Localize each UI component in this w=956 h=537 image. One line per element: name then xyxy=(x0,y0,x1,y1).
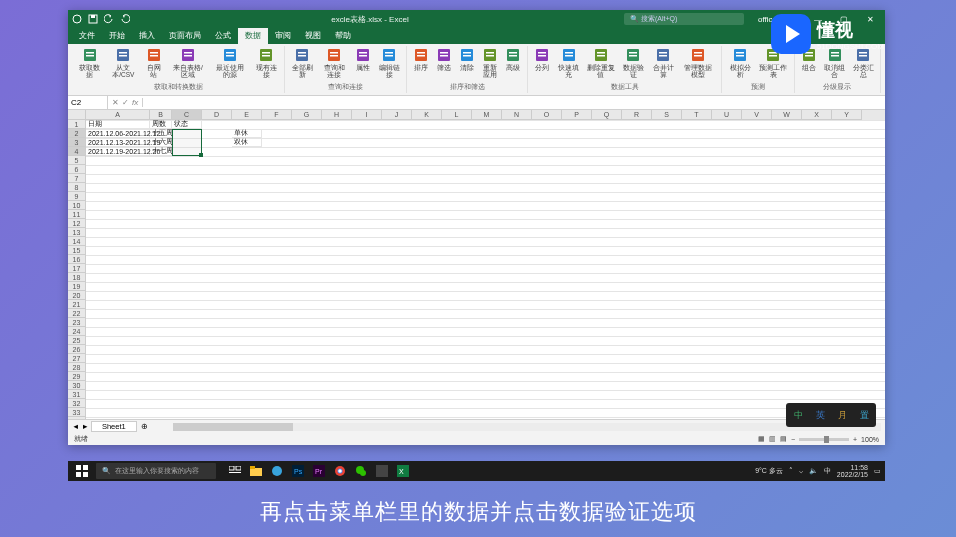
row-header[interactable]: 29 xyxy=(68,372,86,381)
ribbon-tab-插入[interactable]: 插入 xyxy=(132,28,162,44)
column-header[interactable]: M xyxy=(472,110,502,120)
column-header[interactable]: N xyxy=(502,110,532,120)
row-header[interactable]: 3 xyxy=(68,138,86,147)
column-header[interactable]: D xyxy=(202,110,232,120)
column-header[interactable]: B xyxy=(150,110,172,120)
wechat-icon[interactable] xyxy=(352,463,370,479)
row-header[interactable]: 18 xyxy=(68,273,86,282)
row-header[interactable]: 7 xyxy=(68,174,86,183)
cell[interactable]: 十七周 xyxy=(150,147,172,156)
cell[interactable]: 双休 xyxy=(232,138,262,147)
cell[interactable]: 状态 xyxy=(172,120,202,129)
row-header[interactable]: 5 xyxy=(68,156,86,165)
notifications-icon[interactable]: ▭ xyxy=(874,467,881,475)
excel-icon[interactable]: X xyxy=(394,463,412,479)
column-header[interactable]: E xyxy=(232,110,262,120)
ribbon-button[interactable]: 合并计算 xyxy=(650,46,677,79)
sheet-nav-next-icon[interactable]: ► xyxy=(81,422,88,431)
chrome-icon[interactable] xyxy=(331,463,349,479)
row-header[interactable]: 8 xyxy=(68,183,86,192)
ime-mode-cn[interactable]: 中 xyxy=(788,405,808,425)
ribbon-button[interactable]: 清除 xyxy=(457,46,477,72)
column-header[interactable]: C xyxy=(172,110,202,120)
column-header[interactable]: O xyxy=(532,110,562,120)
ribbon-button[interactable]: 筛选 xyxy=(434,46,454,72)
redo-icon[interactable] xyxy=(120,14,130,24)
horizontal-scrollbar[interactable] xyxy=(173,423,881,431)
row-header[interactable]: 33 xyxy=(68,408,86,417)
ribbon-button[interactable]: 模拟分析 xyxy=(726,46,753,79)
ribbon-tab-视图[interactable]: 视图 xyxy=(298,28,328,44)
ribbon-button[interactable]: 属性 xyxy=(353,46,373,72)
ribbon-tab-页面布局[interactable]: 页面布局 xyxy=(162,28,208,44)
ribbon-button[interactable]: 从文本/CSV xyxy=(106,46,140,79)
weather-widget[interactable]: 9°C 多云 xyxy=(755,466,783,476)
row-header[interactable]: 13 xyxy=(68,228,86,237)
row-header[interactable]: 10 xyxy=(68,201,86,210)
column-header[interactable]: P xyxy=(562,110,592,120)
row-header[interactable]: 16 xyxy=(68,255,86,264)
column-header[interactable]: L xyxy=(442,110,472,120)
column-header[interactable]: F xyxy=(262,110,292,120)
ribbon-button[interactable]: 查询和连接 xyxy=(318,46,350,79)
ribbon-button[interactable]: 编辑链接 xyxy=(376,46,402,79)
zoom-out-button[interactable]: − xyxy=(791,436,795,443)
ribbon-tab-审阅[interactable]: 审阅 xyxy=(268,28,298,44)
column-header[interactable]: J xyxy=(382,110,412,120)
row-header[interactable]: 21 xyxy=(68,300,86,309)
column-header[interactable]: X xyxy=(802,110,832,120)
column-header[interactable]: R xyxy=(622,110,652,120)
view-pagebreak-icon[interactable]: ▤ xyxy=(780,435,787,443)
row-header[interactable]: 6 xyxy=(68,165,86,174)
start-button[interactable] xyxy=(72,461,92,481)
select-all-corner[interactable] xyxy=(68,110,86,120)
ribbon-button[interactable]: 数据验证 xyxy=(620,46,647,79)
row-header[interactable]: 31 xyxy=(68,390,86,399)
column-header[interactable]: T xyxy=(682,110,712,120)
view-pagelayout-icon[interactable]: ▥ xyxy=(769,435,776,443)
photoshop-icon[interactable]: Ps xyxy=(289,463,307,479)
ribbon-tab-公式[interactable]: 公式 xyxy=(208,28,238,44)
fx-icon[interactable]: fx xyxy=(132,98,138,107)
row-header[interactable]: 17 xyxy=(68,264,86,273)
save-icon[interactable] xyxy=(88,14,98,24)
clock[interactable]: 11:58 2022/2/15 xyxy=(837,464,868,478)
row-header[interactable]: 12 xyxy=(68,219,86,228)
scrollbar-thumb[interactable] xyxy=(173,423,293,431)
column-header[interactable]: W xyxy=(772,110,802,120)
ribbon-button[interactable]: 全部刷新 xyxy=(289,46,315,79)
row-header[interactable]: 32 xyxy=(68,399,86,408)
zoom-in-button[interactable]: + xyxy=(853,436,857,443)
ribbon-button[interactable]: 管理数据模型 xyxy=(679,46,717,79)
column-header[interactable]: G xyxy=(292,110,322,120)
row-header[interactable]: 27 xyxy=(68,354,86,363)
ribbon-tab-文件[interactable]: 文件 xyxy=(72,28,102,44)
ime-settings-icon[interactable]: 置 xyxy=(854,405,874,425)
cells[interactable]: 日期周数状态2021.12.06-2021.12.12十五周单休2021.12.… xyxy=(86,120,885,419)
row-header[interactable]: 1 xyxy=(68,120,86,129)
cancel-icon[interactable]: ✕ xyxy=(112,98,119,107)
zoom-slider[interactable] xyxy=(799,438,849,441)
row-header[interactable]: 9 xyxy=(68,192,86,201)
column-header[interactable]: H xyxy=(322,110,352,120)
row-header[interactable]: 20 xyxy=(68,291,86,300)
row-header[interactable]: 19 xyxy=(68,282,86,291)
tell-me-search[interactable]: 🔍 搜索(Alt+Q) xyxy=(624,13,744,25)
column-header[interactable]: U xyxy=(712,110,742,120)
ribbon-tab-数据[interactable]: 数据 xyxy=(238,28,268,44)
cell[interactable]: 2021.12.19-2021.12.26 xyxy=(86,147,150,156)
cell[interactable]: 日期 xyxy=(86,120,150,129)
edge-icon[interactable] xyxy=(268,463,286,479)
enter-icon[interactable]: ✓ xyxy=(122,98,129,107)
row-header[interactable]: 30 xyxy=(68,381,86,390)
row-header[interactable]: 34 xyxy=(68,417,86,419)
cell[interactable]: 2021.12.13-2021.12.19 xyxy=(86,138,150,147)
network-icon[interactable]: ⌵ xyxy=(799,467,803,475)
undo-icon[interactable] xyxy=(104,14,114,24)
ribbon-tab-帮助[interactable]: 帮助 xyxy=(328,28,358,44)
ribbon-button[interactable]: 现有连接 xyxy=(253,46,280,79)
row-header[interactable]: 22 xyxy=(68,309,86,318)
column-header[interactable]: Y xyxy=(832,110,862,120)
ribbon-button[interactable]: 重新应用 xyxy=(480,46,500,79)
ribbon-button[interactable]: 快速填充 xyxy=(555,46,582,79)
